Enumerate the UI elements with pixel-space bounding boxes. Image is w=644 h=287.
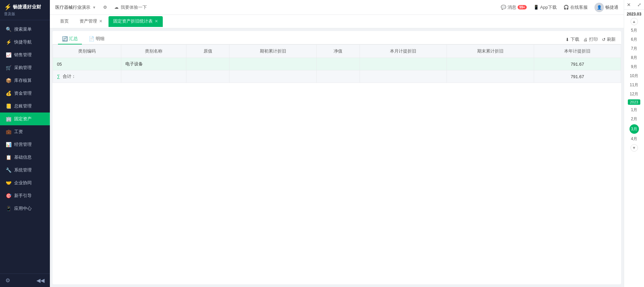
- next-year-button[interactable]: ▼: [631, 144, 638, 152]
- refresh-button[interactable]: ↺ 刷新: [602, 36, 616, 42]
- user-name: 畅捷通: [605, 4, 618, 10]
- month-item[interactable]: 6月: [624, 35, 644, 44]
- close-panel-button[interactable]: ✕: [626, 1, 632, 8]
- month-item[interactable]: 7月: [624, 44, 644, 53]
- print-icon: 🖨: [583, 37, 588, 42]
- search-icon: 🔍: [5, 26, 11, 32]
- tab-home-label: 首页: [60, 18, 69, 24]
- month-item[interactable]: 5月: [624, 26, 644, 35]
- message-icon: 💬: [501, 5, 506, 10]
- sidebar-item-label: 经营管理: [14, 141, 32, 148]
- collab-icon: 🤝: [5, 180, 11, 186]
- download-label: 下载: [571, 36, 579, 42]
- detail-icon: 📄: [89, 36, 94, 41]
- sidebar-item-search[interactable]: 🔍 搜索菜单: [0, 23, 50, 36]
- sidebar-collapse-button[interactable]: ◀◀: [36, 277, 44, 284]
- company-name: 医疗器械行业演示: [55, 4, 90, 10]
- sidebar-item-label: 采购管理: [14, 65, 32, 71]
- sidebar-bottom: ⚙ ◀◀: [0, 274, 50, 287]
- table-area: 类别编码 类别名称 原值 期初累计折旧 净值 本月计提折旧 期末累计折旧 本年计…: [53, 44, 621, 284]
- sidebar-item-quicknav[interactable]: ⚡ 快捷导航: [0, 36, 50, 49]
- header-settings-button[interactable]: ⚙: [100, 2, 110, 12]
- avatar: 👤: [594, 3, 604, 12]
- sidebar-item-label: 应用中心: [14, 205, 32, 212]
- cell-ending-accum: [447, 58, 534, 70]
- operations-icon: 📊: [5, 141, 11, 148]
- fixedasset-icon: 🏢: [5, 116, 11, 122]
- month-item[interactable]: 2月: [624, 115, 644, 124]
- sidebar-item-purchase[interactable]: 🛒 采购管理: [0, 61, 50, 74]
- sub-tab-summary[interactable]: 🔄 汇总: [58, 34, 82, 44]
- prev-year-button[interactable]: ▲: [631, 18, 638, 25]
- app-version: 普及版: [4, 11, 15, 17]
- sidebar-item-inventory[interactable]: 📦 库存核算: [0, 74, 50, 87]
- sidebar-item-label: 基础信息: [14, 154, 32, 160]
- sidebar-nav: 🔍 搜索菜单 ⚡ 快捷导航 📈 销售管理 🛒 采购管理 📦 库存核算 💰 资金管…: [0, 20, 50, 274]
- sidebar-item-appcenter[interactable]: 📱 应用中心: [0, 202, 50, 215]
- sidebar-item-fixedasset[interactable]: 🏢 固定资产: [0, 113, 50, 125]
- month-item[interactable]: 8月: [624, 53, 644, 62]
- sum-icon: ∑: [57, 74, 60, 79]
- page-container: 🔄 汇总 📄 明细 ⬇ 下载 🖨 打印 ↺ 刷新: [53, 31, 621, 284]
- col-ytd-depreciation: 本年计提折旧: [534, 45, 621, 58]
- current-month-item[interactable]: 3月: [624, 124, 644, 134]
- app-download-button[interactable]: 📱 App下载: [533, 4, 557, 10]
- sidebar-logo: ⚡ 畅捷通好业财 普及版: [0, 0, 50, 20]
- user-menu[interactable]: 👤 畅捷通: [594, 3, 618, 12]
- print-label: 打印: [589, 36, 598, 42]
- sidebar-item-label: 快捷导航: [14, 39, 32, 45]
- download-button[interactable]: ⬇ 下载: [565, 36, 579, 42]
- col-ending-accum: 期末累计折旧: [447, 45, 534, 58]
- col-category-code: 类别编码: [53, 45, 121, 58]
- month-item[interactable]: 10月: [624, 71, 644, 81]
- tab-home[interactable]: 首页: [55, 16, 73, 27]
- right-panel-header: ✕ ⤢: [624, 0, 644, 10]
- experience-button[interactable]: ☁ 我要体验一下: [114, 4, 147, 10]
- customer-service-button[interactable]: 🎧 在线客服: [563, 4, 588, 10]
- sidebar-item-label: 系统管理: [14, 167, 32, 173]
- sidebar-settings-button[interactable]: ⚙: [5, 277, 10, 284]
- total-ytd-depreciation: 791.67: [534, 70, 621, 83]
- main-content: 医疗器械行业演示 ▼ ⚙ ☁ 我要体验一下 💬 消息 99+ 📱 App下载 🎧…: [50, 0, 624, 287]
- col-original-value: 原值: [186, 45, 229, 58]
- sidebar-item-label: 工资: [14, 129, 23, 135]
- sidebar-item-system[interactable]: 🔧 系统管理: [0, 164, 50, 177]
- col-net-value: 净值: [316, 45, 360, 58]
- notifications-button[interactable]: 💬 消息 99+: [501, 4, 527, 10]
- sub-tab-detail[interactable]: 📄 明细: [85, 34, 109, 44]
- tab-depreciation[interactable]: 固定资产折旧统计表 ✕: [109, 16, 163, 27]
- sidebar-item-finance[interactable]: 💰 资金管理: [0, 87, 50, 100]
- cell-category-name: 电子设备: [121, 58, 186, 70]
- month-item[interactable]: 4月: [624, 134, 644, 144]
- chevron-down-icon: ▼: [92, 5, 96, 9]
- sidebar: ⚡ 畅捷通好业财 普及版 🔍 搜索菜单 ⚡ 快捷导航 📈 销售管理 🛒 采购管理…: [0, 0, 50, 287]
- sidebar-item-label: 库存核算: [14, 77, 32, 84]
- finance-icon: 💰: [5, 90, 11, 96]
- print-button[interactable]: 🖨 打印: [583, 36, 598, 42]
- sidebar-item-label: 资金管理: [14, 90, 32, 96]
- sidebar-item-guide[interactable]: 🎯 新手引导: [0, 189, 50, 202]
- sidebar-item-basicinfo[interactable]: 📋 基础信息: [0, 151, 50, 164]
- month-item[interactable]: 9月: [624, 62, 644, 71]
- notifications-label: 消息: [508, 4, 516, 10]
- sidebar-item-ledger[interactable]: 📒 总账管理: [0, 100, 50, 113]
- close-icon[interactable]: ✕: [155, 19, 158, 24]
- sidebar-item-payroll[interactable]: 💼 工资: [0, 125, 50, 138]
- month-item[interactable]: 1月: [624, 105, 644, 115]
- sidebar-item-collab[interactable]: 🤝 企业协同: [0, 177, 50, 189]
- sidebar-item-label: 新手引导: [14, 193, 32, 199]
- month-item[interactable]: 11月: [624, 81, 644, 90]
- ledger-icon: 📒: [5, 103, 11, 109]
- sidebar-item-label: 总账管理: [14, 103, 32, 109]
- quicknav-icon: ⚡: [5, 39, 11, 45]
- cell-ytd-depreciation: 791.67: [534, 58, 621, 70]
- sidebar-item-sales[interactable]: 📈 销售管理: [0, 49, 50, 61]
- tab-asset-mgmt[interactable]: 资产管理 ✕: [75, 16, 107, 27]
- close-icon[interactable]: ✕: [99, 19, 102, 24]
- expand-panel-button[interactable]: ⤢: [637, 1, 642, 8]
- payroll-icon: 💼: [5, 129, 11, 135]
- month-item[interactable]: 12月: [624, 90, 644, 99]
- service-icon: 🎧: [563, 5, 569, 10]
- company-selector[interactable]: 医疗器械行业演示 ▼: [55, 4, 96, 10]
- sidebar-item-operations[interactable]: 📊 经营管理: [0, 138, 50, 151]
